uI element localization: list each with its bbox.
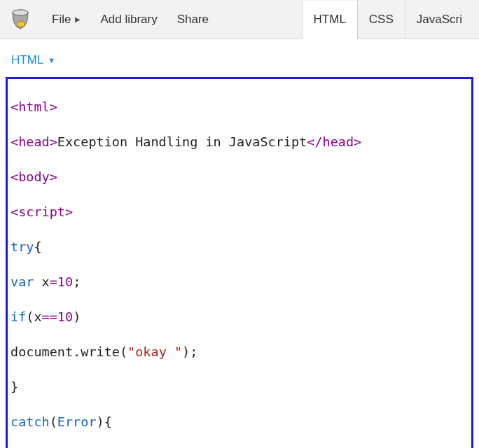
add-library-label: Add library (100, 13, 157, 27)
file-menu-label: File (52, 13, 71, 27)
file-menu[interactable]: File ▶ (42, 8, 90, 31)
tab-html[interactable]: HTML (302, 1, 357, 39)
panel-type-label: HTML (11, 53, 43, 67)
code-line: document.write("okay "); (9, 343, 470, 360)
dropdown-icon: ▼ (48, 56, 55, 64)
dropdown-icon: ▶ (75, 15, 81, 23)
svg-point-1 (13, 10, 28, 15)
panel-type-dropdown[interactable]: HTML ▼ (11, 53, 55, 67)
code-line: if(x==10) (9, 308, 470, 326)
svg-rect-2 (18, 22, 25, 27)
tab-css[interactable]: CSS (357, 0, 405, 38)
code-line: try{ (9, 238, 470, 255)
code-line: <body> (9, 168, 470, 186)
code-line: <head>Exception Handling in JavaScript</… (9, 133, 470, 150)
share-button[interactable]: Share (167, 8, 218, 31)
main-toolbar: File ▶ Add library Share HTML CSS JavaSc… (0, 0, 479, 39)
code-line: <script> (9, 203, 470, 220)
code-line: <html> (9, 98, 470, 115)
tab-javascript[interactable]: JavaScri (405, 0, 473, 38)
tab-css-label: CSS (369, 13, 394, 27)
code-line: catch(Error){ (9, 413, 470, 430)
share-label: Share (177, 13, 209, 27)
panel-subheader: HTML ▼ (0, 39, 479, 74)
add-library-button[interactable]: Add library (90, 8, 167, 31)
panel-tabs: HTML CSS JavaScri (302, 0, 473, 38)
code-line: } (9, 378, 470, 396)
tab-html-label: HTML (314, 13, 346, 27)
tab-javascript-label: JavaScri (417, 13, 462, 27)
code-line: var x=10; (9, 273, 470, 290)
app-logo-icon (10, 9, 31, 30)
code-editor[interactable]: <html> <head>Exception Handling in JavaS… (6, 77, 473, 448)
